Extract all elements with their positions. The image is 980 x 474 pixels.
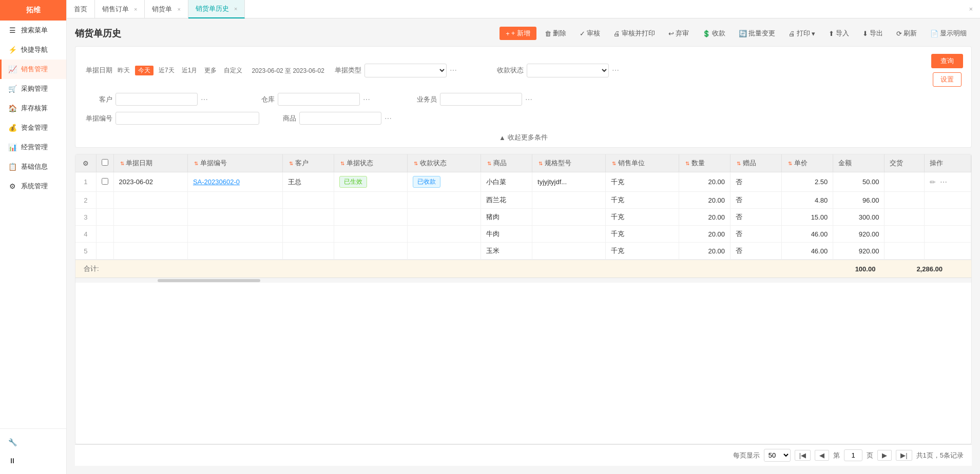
sidebar-item-basic-info[interactable]: 📋 基础信息 bbox=[0, 157, 66, 176]
th-settings[interactable]: ⚙ bbox=[75, 154, 96, 172]
th-unit[interactable]: ⇅ 销售单位 bbox=[606, 154, 679, 172]
next-page-btn[interactable]: ▶ bbox=[877, 450, 892, 461]
payment-status-more-icon[interactable]: ⋯ bbox=[612, 66, 619, 74]
sidebar-item-finance[interactable]: 💰 资金管理 bbox=[0, 118, 66, 137]
salesperson-more-icon[interactable]: ⋯ bbox=[525, 95, 532, 104]
warehouse-input[interactable] bbox=[278, 93, 360, 106]
shortcut-7days[interactable]: 近7天 bbox=[157, 66, 177, 75]
customer-input[interactable] bbox=[116, 93, 198, 106]
import-button[interactable]: ⬆ 导入 bbox=[823, 27, 854, 40]
new-button[interactable]: + + 新增 bbox=[499, 27, 536, 40]
abandon-button[interactable]: ↩ 弃审 bbox=[663, 27, 694, 40]
tab-bar-close-btn[interactable]: × bbox=[962, 5, 980, 13]
tab-sales-goods[interactable]: 销货单 × bbox=[145, 0, 188, 18]
sidebar-item-operations[interactable]: 📊 经营管理 bbox=[0, 137, 66, 157]
payment-status-select[interactable] bbox=[527, 64, 609, 77]
th-unit-price[interactable]: ⇅ 单价 bbox=[782, 154, 833, 172]
audit-button[interactable]: ✓ 审核 bbox=[574, 27, 605, 40]
show-detail-icon: 📄 bbox=[930, 30, 938, 37]
th-qty[interactable]: ⇅ 数量 bbox=[679, 154, 731, 172]
import-icon: ⬆ bbox=[829, 30, 834, 37]
row-checkbox[interactable] bbox=[102, 178, 108, 185]
row-transaction bbox=[885, 209, 925, 226]
shortcut-yesterday[interactable]: 昨天 bbox=[116, 66, 132, 75]
table-header: ⚙ ⇅ 单据日期 ⇅ 单据编号 ⇅ 客户 bbox=[75, 154, 971, 172]
sort-icon-gift: ⇅ bbox=[737, 161, 741, 166]
row-num: 1 bbox=[75, 172, 96, 192]
row-doc-status bbox=[334, 226, 408, 243]
row-goods: 牛肉 bbox=[481, 226, 532, 243]
goods-input[interactable] bbox=[299, 112, 381, 125]
th-customer[interactable]: ⇅ 客户 bbox=[282, 154, 334, 172]
last-page-btn[interactable]: ▶| bbox=[896, 450, 912, 461]
date-filter-group: 单据日期 昨天 今天 近7天 近1月 更多 自定义 2023-06-02 至 2… bbox=[84, 66, 324, 75]
print-button[interactable]: 🖨 打印 ▾ bbox=[783, 27, 820, 40]
tab-sales-order[interactable]: 销售订单 × bbox=[95, 0, 145, 18]
first-page-btn[interactable]: |◀ bbox=[795, 450, 811, 461]
customer-more-icon[interactable]: ⋯ bbox=[201, 95, 208, 104]
th-doc-date[interactable]: ⇅ 单据日期 bbox=[113, 154, 187, 172]
sidebar-item-quick-nav[interactable]: ⚡ 快捷导航 bbox=[0, 40, 66, 60]
tab-sales-order-close[interactable]: × bbox=[134, 6, 137, 12]
sidebar-item-purchase-mgmt[interactable]: 🛒 采购管理 bbox=[0, 79, 66, 98]
shortcut-1month[interactable]: 近1月 bbox=[180, 66, 200, 75]
scrollbar-thumb[interactable] bbox=[158, 279, 260, 282]
show-detail-button[interactable]: 📄 显示明细 bbox=[925, 27, 972, 40]
shortcut-custom[interactable]: 自定义 bbox=[222, 66, 244, 75]
sidebar-item-search-menu[interactable]: ☰ 搜索菜单 bbox=[0, 21, 66, 40]
sidebar-item-label: 资金管理 bbox=[21, 123, 48, 132]
edit-icon[interactable]: ✏ bbox=[930, 178, 936, 186]
sidebar-item-bottom-2[interactable]: ⏸ bbox=[0, 451, 66, 470]
row-customer: 王总 bbox=[282, 172, 334, 192]
receive-button[interactable]: 💲 收款 bbox=[697, 27, 731, 40]
batch-change-button[interactable]: 🔄 批量变更 bbox=[734, 27, 780, 40]
tab-bar: 首页 销售订单 × 销货单 × 销货单历史 × × bbox=[67, 0, 980, 18]
th-payment-status[interactable]: ⇅ 收款状态 bbox=[407, 154, 481, 172]
th-goods[interactable]: ⇅ 商品 bbox=[481, 154, 532, 172]
row-qty: 20.00 bbox=[679, 172, 731, 192]
inventory-icon: 🏠 bbox=[8, 104, 17, 112]
audit-print-button[interactable]: 🖨 审核并打印 bbox=[608, 27, 660, 40]
shortcut-today[interactable]: 今天 bbox=[135, 66, 153, 75]
prev-page-btn[interactable]: ◀ bbox=[815, 450, 829, 461]
tab-sales-history-close[interactable]: × bbox=[234, 6, 237, 12]
row-unit-price: 46.00 bbox=[782, 226, 833, 243]
doc-type-more-icon[interactable]: ⋯ bbox=[450, 66, 457, 74]
sidebar-item-sales-mgmt[interactable]: 📈 销售管理 bbox=[0, 60, 66, 79]
row-transaction bbox=[885, 172, 925, 192]
horizontal-scrollbar[interactable] bbox=[75, 278, 971, 283]
salesperson-input[interactable] bbox=[440, 93, 522, 106]
doc-type-select[interactable] bbox=[364, 64, 447, 77]
table-settings-icon[interactable]: ⚙ bbox=[83, 160, 89, 167]
sidebar-item-bottom-1[interactable]: 🔧 bbox=[0, 433, 66, 451]
more-icon[interactable]: ⋯ bbox=[940, 178, 947, 186]
per-page-select[interactable]: 50 100 200 bbox=[764, 449, 791, 462]
shortcut-more[interactable]: 更多 bbox=[202, 66, 219, 75]
page-input[interactable] bbox=[844, 449, 862, 461]
refresh-button[interactable]: ⟳ 刷新 bbox=[891, 27, 922, 40]
row-customer bbox=[282, 192, 334, 209]
collapse-button[interactable]: ▲ 收起更多条件 bbox=[84, 131, 963, 143]
tab-home[interactable]: 首页 bbox=[67, 0, 95, 18]
export-button[interactable]: ⬇ 导出 bbox=[857, 27, 888, 40]
doc-number-input[interactable] bbox=[116, 112, 259, 125]
select-all-checkbox[interactable] bbox=[102, 159, 108, 166]
row-goods: 西兰花 bbox=[481, 192, 532, 209]
tab-sales-goods-close[interactable]: × bbox=[177, 6, 180, 12]
warehouse-more-icon[interactable]: ⋯ bbox=[363, 95, 370, 104]
delete-button[interactable]: 🗑 删除 bbox=[540, 27, 571, 40]
th-gift[interactable]: ⇅ 赠品 bbox=[731, 154, 782, 172]
sort-icon-qty: ⇅ bbox=[685, 161, 689, 166]
new-icon: + bbox=[506, 30, 510, 37]
setting-button[interactable]: 设置 bbox=[933, 72, 962, 87]
salesperson-filter-group: 业务员 ⋯ bbox=[408, 93, 562, 106]
tab-sales-history[interactable]: 销货单历史 × bbox=[188, 0, 245, 18]
sidebar-item-inventory[interactable]: 🏠 库存核算 bbox=[0, 98, 66, 118]
th-doc-status[interactable]: ⇅ 单据状态 bbox=[334, 154, 408, 172]
goods-more-icon[interactable]: ⋯ bbox=[385, 114, 392, 123]
doc-number-link[interactable]: SA-20230602-0 bbox=[193, 178, 240, 186]
th-spec[interactable]: ⇅ 规格型号 bbox=[532, 154, 606, 172]
sidebar-item-system-mgmt[interactable]: ⚙ 系统管理 bbox=[0, 176, 66, 196]
th-doc-number[interactable]: ⇅ 单据编号 bbox=[187, 154, 282, 172]
query-button[interactable]: 查询 bbox=[931, 54, 963, 68]
